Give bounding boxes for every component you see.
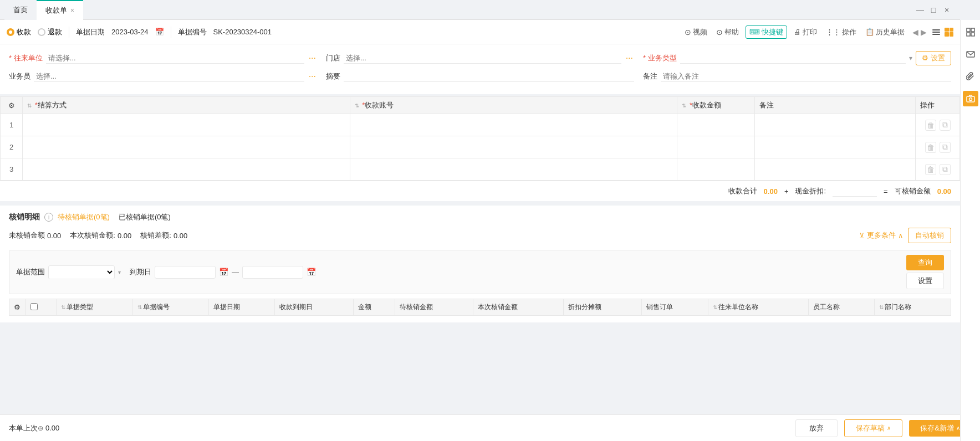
copy-icon-1[interactable]: ⧉ (940, 120, 951, 131)
cell-note-1[interactable] (755, 114, 916, 136)
gear-icon[interactable]: ⚙ (8, 101, 15, 110)
calendar-icon[interactable]: 📅 (155, 28, 164, 36)
settings-button[interactable]: ⚙ 设置 (916, 51, 951, 65)
table-header-note: 备注 (755, 97, 916, 114)
operation-button[interactable]: ⋮⋮ 操作 (824, 26, 859, 38)
table-header-row: ⚙ ⇅ *结算方式 ⇅ *收款账号 ⇅ *收款金额 备注 操作 (1, 97, 960, 114)
cell-account-1[interactable] (350, 114, 677, 136)
grid-icon[interactable] (945, 28, 953, 37)
search-row: 单据范围 ▾ 到期日 2022-04-01 📅 — 2022-04-12 📅 查… (9, 250, 951, 294)
auto-offset-button[interactable]: 自动核销 (908, 228, 951, 243)
business-type-arrow-icon[interactable]: ▾ (909, 54, 912, 62)
save-draft-dropdown-icon[interactable]: ∧ (887, 425, 891, 431)
copy-icon-2[interactable]: ⧉ (940, 142, 951, 153)
summary-input[interactable] (344, 71, 634, 82)
delete-icon-2[interactable]: 🗑 (925, 142, 936, 153)
salesperson-field: 业务员 ··· (9, 71, 317, 82)
shortcut-button[interactable]: ⌨ 快捷键 (746, 25, 787, 39)
sidebar-mail-icon[interactable] (963, 47, 978, 62)
cell-note-2[interactable] (755, 136, 916, 158)
grid-cell-1 (945, 28, 949, 32)
store-more-icon[interactable]: ··· (625, 53, 634, 63)
table-header-gear[interactable]: ⚙ (1, 97, 23, 114)
more-conditions-btn[interactable]: ⊻ 更多条件 ∧ (859, 230, 904, 240)
tab-receipt[interactable]: 收款单 × (37, 0, 83, 20)
cell-account-2[interactable] (350, 136, 677, 158)
pending-tab[interactable]: 待核销单据(0笔) (58, 212, 110, 222)
bottom-header-gear[interactable]: ⚙ (9, 299, 26, 316)
video-label: 视频 (693, 27, 707, 37)
menu-line-1 (932, 29, 940, 30)
tab-home[interactable]: 首页 (4, 0, 37, 20)
discard-button[interactable]: 放弃 (795, 419, 838, 437)
salesperson-more-icon[interactable]: ··· (308, 71, 317, 81)
print-button[interactable]: 🖨 打印 (792, 26, 819, 38)
cal-icon-2[interactable]: 📅 (307, 268, 316, 276)
footer-info: 本单上次⊙ 0.00 (9, 423, 59, 433)
unreconciled-stat: 未核销金额 0.00 (9, 230, 61, 240)
query-button[interactable]: 查询 (906, 255, 944, 270)
save-draft-button[interactable]: 保存草稿 ∧ (844, 419, 902, 437)
cal-icon-1[interactable]: 📅 (219, 268, 228, 276)
radio-refund[interactable]: 退款 (38, 27, 62, 37)
help-button[interactable]: ⊙ 帮助 (714, 26, 741, 38)
radio-receipt[interactable]: 收款 (7, 27, 31, 37)
cell-amount-3[interactable] (677, 158, 755, 181)
business-type-input[interactable]: 预收款 (680, 53, 906, 64)
salesperson-input[interactable] (34, 71, 304, 82)
footer-info-value: 0.00 (45, 424, 59, 432)
tab-close-icon[interactable]: × (70, 7, 74, 14)
nav-next[interactable]: ▶ (920, 28, 928, 37)
due-date-end[interactable]: 2022-04-12 (242, 266, 303, 279)
completed-tab[interactable]: 已核销单据(0笔) (119, 212, 171, 222)
sidebar-table-icon[interactable] (963, 24, 978, 40)
sidebar-camera-icon[interactable] (963, 91, 978, 106)
bottom-header-staff: 员工名称 (809, 299, 875, 316)
save-new-label: 保存&新增 (920, 423, 954, 433)
bottom-header-pending: 待核销金额 (395, 299, 473, 316)
cell-note-3[interactable] (755, 158, 916, 181)
video-button[interactable]: ⊙ 视频 (682, 26, 710, 38)
table-header-settlement: ⇅ *结算方式 (23, 97, 350, 114)
grid-cell-4 (950, 32, 954, 37)
reconciliation-settings-button[interactable]: 设置 (906, 273, 944, 289)
delete-icon-3[interactable]: 🗑 (925, 164, 936, 175)
delete-icon-1[interactable]: 🗑 (925, 120, 936, 131)
cell-amount-1[interactable] (677, 114, 755, 136)
range-select[interactable] (48, 265, 115, 279)
receipt-table: ⚙ ⇅ *结算方式 ⇅ *收款账号 ⇅ *收款金额 备注 操作 (0, 96, 960, 181)
counterparty-input[interactable] (46, 53, 304, 64)
maximize-button[interactable]: □ (929, 6, 938, 14)
footer-spacer (0, 322, 960, 356)
cell-amount-2[interactable] (677, 136, 755, 158)
select-all-checkbox[interactable] (30, 303, 38, 310)
discount-input[interactable] (833, 186, 877, 197)
remarks-input[interactable] (661, 71, 951, 82)
store-input[interactable] (344, 53, 621, 64)
due-date-start[interactable]: 2022-04-01 (155, 266, 216, 279)
cell-settlement-1[interactable] (23, 114, 350, 136)
cell-settlement-3[interactable] (23, 158, 350, 181)
sidebar-attachment-icon[interactable] (963, 69, 978, 84)
cell-account-3[interactable] (350, 158, 677, 181)
info-icon[interactable]: i (44, 213, 53, 222)
bottom-gear-icon[interactable]: ⚙ (14, 303, 21, 311)
row-num-2: 2 (1, 136, 23, 158)
sort-icon-3: ⇅ (682, 102, 686, 109)
close-button[interactable]: × (942, 6, 951, 14)
nav-prev[interactable]: ◀ (911, 28, 920, 37)
svg-point-6 (969, 98, 972, 101)
range-field: 单据范围 ▾ (16, 265, 121, 279)
save-new-dropdown-icon[interactable]: ∧ (956, 425, 960, 431)
menu-lines-icon[interactable] (932, 29, 940, 35)
minimize-button[interactable]: — (916, 6, 925, 14)
history-button[interactable]: 📋 历史单据 (863, 26, 907, 38)
counterparty-more-icon[interactable]: ··· (308, 53, 317, 63)
receipt-data-table: ⚙ ⇅ *结算方式 ⇅ *收款账号 ⇅ *收款金额 备注 操作 (0, 96, 960, 181)
cell-settlement-2[interactable] (23, 136, 350, 158)
sort-icon-bt-2: ⇅ (137, 304, 142, 310)
number-value: SK-20230324-001 (213, 28, 272, 36)
shortcut-icon: ⌨ (749, 28, 760, 36)
copy-icon-3[interactable]: ⧉ (940, 164, 951, 175)
bottom-header-due: 收款到期日 (275, 299, 353, 316)
